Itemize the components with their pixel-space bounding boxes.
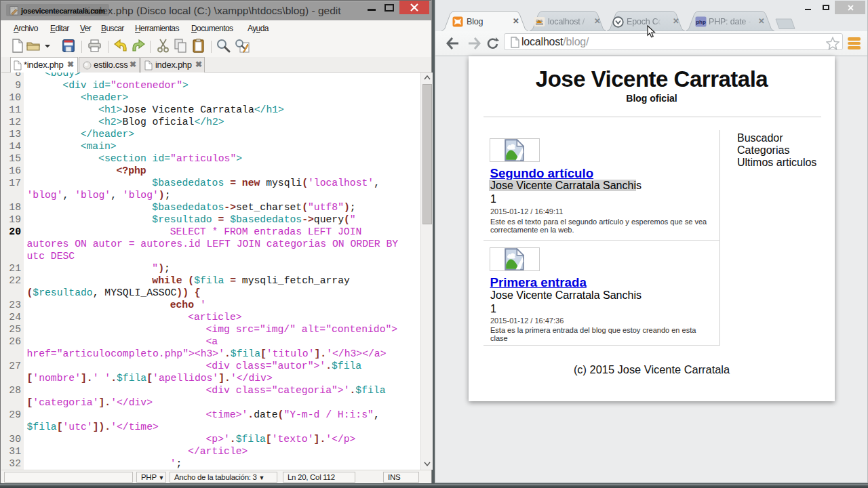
svg-text:PMA: PMA: [536, 20, 543, 23]
svg-text:php: php: [696, 19, 706, 25]
